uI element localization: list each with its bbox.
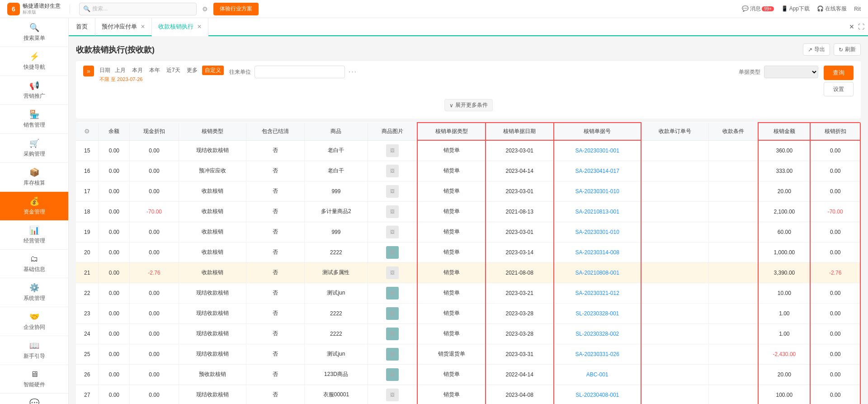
custom-date-opt[interactable]: 自定义 — [202, 66, 224, 75]
cell-include-settled: 否 — [246, 201, 304, 222]
cell-verify-type: 收款核销 — [179, 262, 246, 283]
cell-verify-doc-no[interactable]: ABC-001 — [554, 364, 641, 385]
doc-no-link[interactable]: SA-20230314-008 — [575, 249, 619, 256]
cell-verify-doc-no[interactable]: SA-20230314-008 — [554, 242, 641, 262]
sidebar-item-purchase[interactable]: 🛒 采购管理 — [0, 134, 68, 163]
this-month-opt[interactable]: 本月 — [130, 66, 145, 75]
settings-icon[interactable]: ⚙ — [202, 5, 208, 13]
doc-type-filter: 单据类型 — [739, 66, 818, 78]
finance-icon: 💰 — [29, 196, 39, 206]
sidebar-item-hardware[interactable]: 🖥 智能硬件 — [0, 365, 68, 394]
doc-no-link[interactable]: SA-20230301-010 — [575, 188, 619, 195]
expand-more-btn[interactable]: ∨ 展开更多条件 — [444, 99, 493, 111]
tab-prepay[interactable]: 预付冲应付单 ✕ — [95, 18, 152, 36]
last-7-days-opt[interactable]: 近7天 — [165, 66, 182, 75]
cell-verify-doc-type: 销货单 — [417, 161, 486, 181]
doc-no-link[interactable]: ABC-001 — [586, 371, 609, 378]
sidebar-item-quick-nav[interactable]: ⚡ 快捷导航 — [0, 47, 68, 76]
cell-receipt-condition — [709, 364, 759, 385]
doc-no-link[interactable]: SA-20230414-017 — [575, 168, 619, 174]
cell-verify-doc-no[interactable]: SA-20230331-026 — [554, 344, 641, 364]
sidebar-item-wechat[interactable]: 💬 企业微信 — [0, 394, 68, 404]
cell-verify-doc-no[interactable]: SL-20230408-001 — [554, 385, 641, 404]
tab-receipt-verify-close[interactable]: ✕ — [197, 24, 202, 30]
sidebar-item-cooperation[interactable]: 🤝 企业协同 — [0, 307, 68, 336]
cell-receipt-condition — [709, 385, 759, 404]
cell-cash-discount: 0.00 — [130, 364, 179, 385]
last-month-opt[interactable]: 上月 — [113, 66, 127, 75]
export-btn[interactable]: ↗ 导出 — [803, 43, 830, 56]
sidebar-item-sales[interactable]: 🏪 销售管理 — [0, 105, 68, 134]
cell-verify-discount: 0.00 — [810, 283, 860, 303]
doc-no-link[interactable]: SA-20230331-026 — [575, 351, 619, 357]
cell-receipt-condition — [709, 161, 759, 181]
cell-verify-type: 收款核销 — [179, 242, 246, 262]
expand-arrow-btn[interactable]: » — [83, 66, 94, 76]
cell-goods-img: 🖼 — [368, 364, 418, 385]
sidebar-item-guide[interactable]: 📖 新手引导 — [0, 336, 68, 365]
doc-no-link[interactable]: SA-20210808-001 — [575, 270, 619, 276]
col-goods: 商品 — [304, 123, 368, 140]
cell-verify-doc-no[interactable]: SA-20230301-001 — [554, 140, 641, 161]
table-row: 21 0.00 -2.76 收款核销 否 测试多属性 🖼 销货单 2021-08… — [76, 262, 860, 283]
doc-no-link[interactable]: SL-20230328-001 — [576, 310, 619, 317]
cell-receipt-order-no — [641, 140, 709, 161]
cell-receipt-order-no — [641, 364, 709, 385]
cell-receipt-condition — [709, 344, 759, 364]
cell-balance: 0.00 — [99, 303, 130, 323]
cell-verify-doc-no[interactable]: SA-20230321-012 — [554, 283, 641, 303]
tab-bar: 首页 预付冲应付单 ✕ 收款核销执行 ✕ ✕ ⛶ — [69, 18, 868, 36]
goods-image: 🖼 — [386, 348, 399, 361]
sidebar-item-basic[interactable]: 🗂 基础信息 — [0, 250, 68, 278]
cell-include-settled: 否 — [246, 161, 304, 181]
cell-include-settled: 否 — [246, 364, 304, 385]
counterparty-input[interactable] — [255, 66, 345, 78]
cell-cash-discount: -70.00 — [130, 201, 179, 222]
tab-home[interactable]: 首页 — [69, 18, 95, 36]
sidebar-item-inventory[interactable]: 📦 库存核算 — [0, 163, 68, 192]
refresh-btn[interactable]: ↻ 刷新 — [834, 43, 861, 56]
doc-no-link[interactable]: SA-20230301-001 — [575, 147, 619, 154]
table-row: 23 0.00 0.00 现结收款核销 否 2222 🖼 销货单 2023-03… — [76, 303, 860, 323]
online-service-link[interactable]: 🎧 在线客服 — [817, 5, 847, 13]
date-filter: 日期 上月 本月 本年 近7天 更多 自定义 不限 至 2023-07-26 — [99, 66, 224, 83]
sidebar-item-marketing[interactable]: 📢 营销推广 — [0, 76, 68, 105]
doc-type-select[interactable] — [764, 66, 818, 78]
cell-verify-doc-no[interactable]: SL-20230328-001 — [554, 303, 641, 323]
settings-btn[interactable]: 设置 — [824, 82, 854, 96]
cell-goods-img: 🖼 — [368, 181, 418, 201]
cell-verify-doc-no[interactable]: SA-20210808-001 — [554, 262, 641, 283]
close-icon[interactable]: ✕ — [849, 23, 854, 30]
cell-verify-doc-no[interactable]: SA-20210813-001 — [554, 201, 641, 222]
message-link[interactable]: 💬 消息99+ — [742, 5, 774, 13]
maximize-icon[interactable]: ⛶ — [858, 23, 864, 30]
doc-no-link[interactable]: SA-20230321-012 — [575, 290, 619, 296]
cell-cash-discount: 0.00 — [130, 140, 179, 161]
cell-verify-amount: 10.00 — [758, 283, 810, 303]
sidebar-item-finance[interactable]: 💰 资金管理 — [0, 192, 68, 221]
more-date-opt[interactable]: 更多 — [185, 66, 199, 75]
sidebar-item-search-menu[interactable]: 🔍 搜索菜单 — [0, 18, 68, 47]
doc-no-link[interactable]: SL-20230408-001 — [576, 392, 619, 398]
query-btn[interactable]: 查询 — [824, 66, 854, 80]
content-area: 首页 预付冲应付单 ✕ 收款核销执行 ✕ ✕ ⛶ 收款核销执行(按收款) ↗ — [69, 18, 868, 404]
sidebar-item-system[interactable]: ⚙️ 系统管理 — [0, 278, 68, 307]
tab-receipt-verify[interactable]: 收款核销执行 ✕ — [152, 18, 208, 36]
cell-verify-doc-no[interactable]: SA-20230301-010 — [554, 181, 641, 201]
cell-cash-discount: 0.00 — [130, 303, 179, 323]
industry-btn[interactable]: 体验行业方案 — [213, 3, 259, 15]
app-download-link[interactable]: 📱 App下载 — [781, 5, 810, 13]
cell-verify-doc-no[interactable]: SA-20230414-017 — [554, 161, 641, 181]
sidebar-item-management[interactable]: 📊 经营管理 — [0, 221, 68, 250]
doc-no-link[interactable]: SA-20230301-010 — [575, 229, 619, 235]
logo: 6 畅捷通谱好生意 标准版 — [7, 3, 61, 15]
cell-verify-doc-no[interactable]: SA-20230301-010 — [554, 222, 641, 242]
tab-prepay-close[interactable]: ✕ — [141, 24, 145, 30]
doc-no-link[interactable]: SL-20230328-002 — [576, 331, 619, 337]
cell-goods: 123D商品 — [304, 364, 368, 385]
cell-verify-doc-no[interactable]: SL-20230328-002 — [554, 323, 641, 344]
col-settings[interactable]: ⚙ — [76, 123, 99, 140]
col-verify-doc-no: 核销单据号 — [554, 123, 641, 140]
this-year-opt[interactable]: 本年 — [147, 66, 162, 75]
doc-no-link[interactable]: SA-20210813-001 — [575, 209, 619, 215]
